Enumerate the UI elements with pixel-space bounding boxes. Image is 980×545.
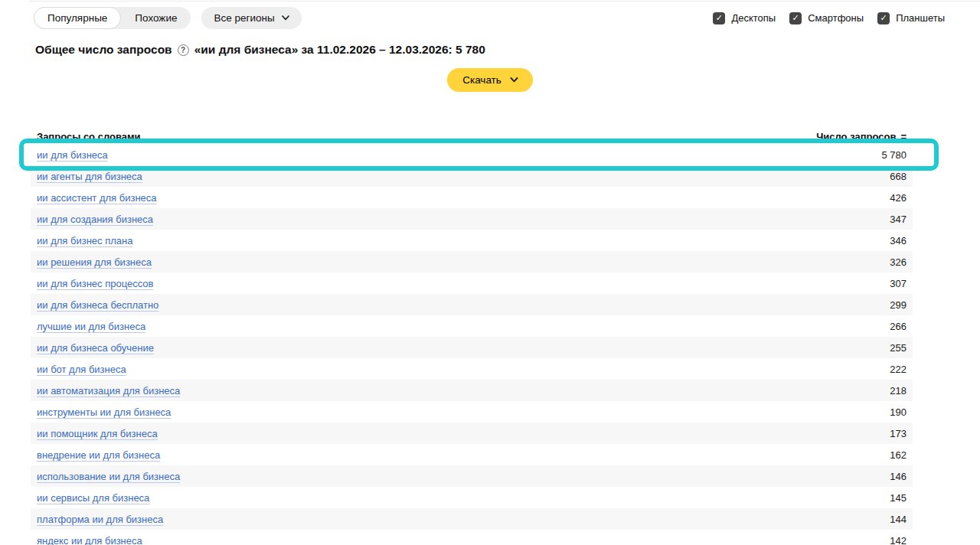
region-selector[interactable]: Все регионы bbox=[201, 7, 301, 29]
query-link[interactable]: ии для бизнеса обучение bbox=[37, 342, 154, 354]
query-count: 162 bbox=[890, 449, 906, 461]
table-row: лучшие ии для бизнеса266 bbox=[31, 315, 913, 337]
filter-desktops-label: Десктопы bbox=[731, 12, 776, 24]
query-count: 222 bbox=[890, 364, 906, 375]
query-link[interactable]: лучшие ии для бизнеса bbox=[37, 321, 145, 332]
query-count: 668 bbox=[890, 171, 906, 182]
table-row: ии ассистент для бизнеса426 bbox=[31, 187, 913, 208]
query-link[interactable]: ии для создания бизнеса bbox=[37, 214, 153, 225]
table-row: ии для бизнес плана346 bbox=[31, 230, 913, 251]
query-count: 218 bbox=[890, 385, 906, 397]
filter-tablets-label: Планшеты bbox=[896, 12, 945, 24]
total-queries-prefix: Общее число запросов bbox=[35, 43, 172, 57]
query-link[interactable]: использование ии для бизнеса bbox=[37, 471, 180, 482]
query-link[interactable]: ии для бизнес процессов bbox=[37, 278, 153, 289]
table-row: платформа ии для бизнеса144 bbox=[31, 508, 913, 530]
queries-table: Запросы со словами Число запросов = ии д… bbox=[31, 129, 913, 545]
tab-popular[interactable]: Популярные bbox=[34, 7, 121, 29]
total-queries-value: «ии для бизнеса» за 11.02.2026 – 12.03.2… bbox=[194, 43, 485, 57]
device-filters: ✓ Десктопы ✓ Смартфоны ✓ Планшеты bbox=[713, 12, 945, 24]
query-link[interactable]: внедрение ии для бизнеса bbox=[37, 449, 160, 461]
table-row: ии бот для бизнеса222 bbox=[31, 358, 913, 380]
query-count: 142 bbox=[890, 535, 906, 545]
table-row: яндекс ии для бизнеса142 bbox=[31, 530, 913, 545]
table-rows: ии для бизнеса5 780ии агенты для бизнеса… bbox=[31, 144, 913, 545]
query-count: 146 bbox=[890, 471, 906, 482]
query-link[interactable]: ии решения для бизнеса bbox=[37, 256, 152, 268]
checkbox-checked-icon[interactable]: ✓ bbox=[877, 12, 890, 24]
help-icon[interactable]: ? bbox=[178, 44, 189, 56]
query-link[interactable]: ии для бизнеса bbox=[37, 149, 108, 161]
checkbox-checked-icon[interactable]: ✓ bbox=[713, 12, 725, 24]
filter-tablets[interactable]: ✓ Планшеты bbox=[877, 12, 945, 24]
query-link[interactable]: ии автоматизация для бизнеса bbox=[37, 385, 180, 397]
query-count: 299 bbox=[890, 299, 906, 311]
chevron-down-icon bbox=[510, 77, 518, 83]
top-divider bbox=[29, 1, 980, 2]
query-count: 5 780 bbox=[881, 149, 906, 161]
filter-smartphones-label: Смартфоны bbox=[808, 12, 864, 24]
query-count: 426 bbox=[890, 192, 906, 204]
query-link[interactable]: ии бот для бизнеса bbox=[37, 364, 126, 375]
query-count: 266 bbox=[890, 321, 906, 332]
tab-similar[interactable]: Похожие bbox=[121, 7, 191, 29]
chevron-down-icon bbox=[282, 15, 289, 21]
table-row: внедрение ии для бизнеса162 bbox=[31, 444, 913, 465]
download-button-label: Скачать bbox=[462, 74, 501, 86]
table-row: ии для создания бизнеса347 bbox=[31, 208, 913, 230]
query-link[interactable]: ии для бизнеса бесплатно bbox=[37, 299, 158, 311]
highlighted-row-wrap: ии для бизнеса5 780 bbox=[31, 144, 913, 165]
table-row: использование ии для бизнеса146 bbox=[31, 465, 913, 487]
query-link[interactable]: платформа ии для бизнеса bbox=[37, 514, 163, 525]
total-queries-heading: Общее число запросов ? «ии для бизнеса» … bbox=[35, 43, 945, 57]
query-count: 346 bbox=[890, 235, 906, 246]
tabs-group: Популярные Похожие bbox=[34, 7, 191, 29]
region-selector-label: Все регионы bbox=[214, 12, 274, 24]
table-row: ии для бизнес процессов307 bbox=[31, 272, 913, 294]
query-link[interactable]: ии для бизнес плана bbox=[37, 235, 132, 246]
table-row: ии для бизнеса обучение255 bbox=[31, 337, 913, 358]
toolbar: Популярные Похожие Все регионы ✓ Десктоп… bbox=[0, 0, 980, 29]
checkbox-checked-icon[interactable]: ✓ bbox=[789, 12, 802, 24]
query-link[interactable]: яндекс ии для бизнеса bbox=[37, 535, 142, 545]
table-row: ии решения для бизнеса326 bbox=[31, 251, 913, 272]
query-count: 190 bbox=[890, 406, 906, 418]
filter-smartphones[interactable]: ✓ Смартфоны bbox=[789, 12, 864, 24]
query-count: 307 bbox=[890, 278, 906, 289]
query-link[interactable]: инструменты ии для бизнеса bbox=[37, 406, 171, 418]
query-link[interactable]: ии агенты для бизнеса bbox=[37, 171, 142, 182]
table-row: ии помощник для бизнеса173 bbox=[31, 423, 913, 444]
query-link[interactable]: ии сервисы для бизнеса bbox=[37, 492, 149, 504]
query-count: 326 bbox=[890, 256, 906, 268]
query-link[interactable]: ии помощник для бизнеса bbox=[37, 428, 158, 439]
query-link[interactable]: ии ассистент для бизнеса bbox=[37, 192, 157, 204]
table-row: ии для бизнеса бесплатно299 bbox=[31, 294, 913, 315]
query-count: 145 bbox=[890, 492, 906, 504]
table-row: ии сервисы для бизнеса145 bbox=[31, 487, 913, 508]
query-count: 255 bbox=[890, 342, 906, 354]
table-row: ии автоматизация для бизнеса218 bbox=[31, 380, 913, 401]
query-count: 173 bbox=[890, 428, 906, 439]
download-button[interactable]: Скачать bbox=[447, 68, 533, 92]
query-count: 347 bbox=[890, 214, 906, 225]
table-row: ии для бизнеса5 780 bbox=[31, 144, 913, 165]
filter-desktops[interactable]: ✓ Десктопы bbox=[713, 12, 776, 24]
table-row: инструменты ии для бизнеса190 bbox=[31, 401, 913, 423]
query-count: 144 bbox=[890, 514, 906, 525]
